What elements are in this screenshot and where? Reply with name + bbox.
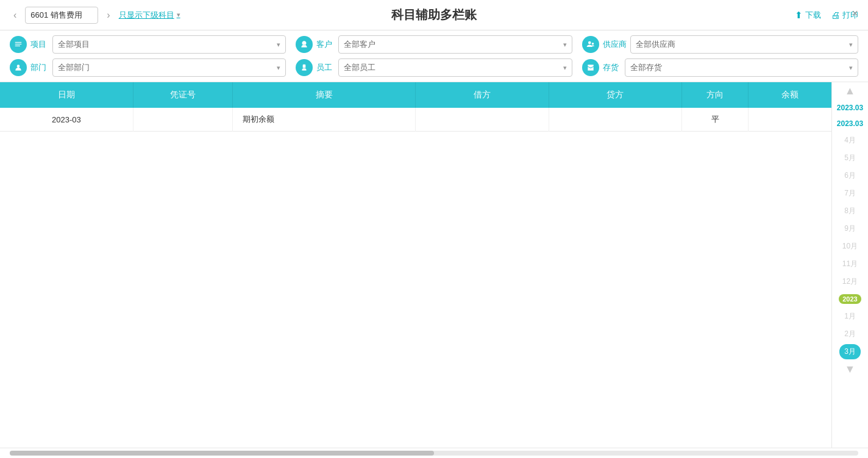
timeline-month-11[interactable]: 11月 [832,255,868,273]
timeline-period-2[interactable]: 2023.03 [832,116,868,132]
col-debit: 借方 [416,82,549,108]
project-arrow: ▾ [277,41,280,49]
col-date: 日期 [0,82,133,108]
project-select[interactable]: 全部项目 ▾ [52,35,286,54]
inventory-value: 全部存货 [630,62,662,73]
timeline-month-1[interactable]: 1月 [832,308,868,325]
customer-arrow: ▾ [563,41,567,49]
filter-item-inventory: 存货 全部存货 ▾ [582,58,858,77]
ledger-table: 日期 凭证号 摘要 借方 贷方 方向 余额 2023-03 期初余额 平 [0,82,831,132]
title-right: ⬆ 下载 🖨 打印 [795,10,858,21]
timeline-active-month[interactable]: 3月 [839,344,861,359]
title-left: ‹ 6601 销售费用 › 只显示下级科目 ▾ [10,7,180,24]
download-label: 下载 [805,10,821,21]
svg-point-4 [591,43,594,45]
timeline-month-8[interactable]: 8月 [832,202,868,220]
customer-label: 客户 [316,39,335,50]
scrollbar-thumb [10,451,434,456]
show-sub-arrow: ▾ [177,11,180,19]
col-balance: 余额 [749,82,831,108]
cell-summary: 期初余额 [233,108,416,132]
print-icon: 🖨 [831,10,840,20]
department-icon [10,59,27,76]
employee-label: 员工 [316,62,335,73]
supplier-value: 全部供应商 [636,39,675,50]
year-badge: 2023 [839,294,861,304]
svg-rect-1 [15,44,22,44]
svg-point-5 [17,65,20,68]
filter-row-2: 部门 全部部门 ▾ 员工 全部员工 ▾ [10,58,858,77]
cell-credit [549,108,681,132]
filter-item-department: 部门 全部部门 ▾ [10,58,286,77]
customer-select[interactable]: 全部客户 ▾ [338,35,572,54]
department-arrow: ▾ [277,64,280,72]
department-select[interactable]: 全部部门 ▾ [52,58,286,77]
timeline-month-9[interactable]: 9月 [832,220,868,238]
cell-date: 2023-03 [0,108,133,132]
download-button[interactable]: ⬆ 下载 [795,10,821,21]
timeline-month-4[interactable]: 4月 [832,132,868,149]
col-summary: 摘要 [233,82,416,108]
col-credit: 贷方 [549,82,681,108]
svg-point-3 [588,41,591,44]
department-label: 部门 [30,62,49,73]
prev-account-button[interactable]: ‹ [10,9,20,22]
cell-debit [416,108,549,132]
inventory-select[interactable]: 全部存货 ▾ [625,58,858,77]
col-voucher: 凭证号 [133,82,233,108]
scroll-bar-area [0,448,868,458]
employee-arrow: ▾ [563,64,567,72]
account-code-display[interactable]: 6601 销售费用 [25,7,98,24]
filter-item-project: 项目 全部项目 ▾ [10,35,286,54]
timeline-month-12[interactable]: 12月 [832,273,868,291]
horizontal-scrollbar[interactable] [10,451,858,456]
next-account-button[interactable]: › [103,9,113,22]
cell-voucher [133,108,233,132]
filter-bar: 项目 全部项目 ▾ 客户 全部客户 ▾ [0,30,868,82]
show-sub-label: 只显示下级科目 [119,10,174,21]
download-icon: ⬆ [795,10,803,21]
table-container: 日期 凭证号 摘要 借方 贷方 方向 余额 2023-03 期初余额 平 [0,82,868,448]
table-row[interactable]: 2023-03 期初余额 平 [0,108,831,132]
svg-rect-2 [15,46,20,46]
show-sub-button[interactable]: 只显示下级科目 ▾ [119,10,180,21]
customer-value: 全部客户 [344,39,375,50]
col-direction: 方向 [681,82,748,108]
employee-value: 全部员工 [344,62,375,73]
customer-icon [296,36,313,53]
project-label: 项目 [30,39,49,50]
main-table-area: 日期 凭证号 摘要 借方 贷方 方向 余额 2023-03 期初余额 平 [0,82,831,448]
inventory-arrow: ▾ [849,64,853,72]
inventory-label: 存货 [603,62,621,73]
close-button[interactable]: × [852,7,858,20]
filter-item-supplier: 供应商 全部供应商 ▾ [582,35,858,54]
cell-balance [749,108,831,132]
filter-item-customer: 客户 全部客户 ▾ [296,35,572,54]
supplier-select[interactable]: 全部供应商 ▾ [630,35,858,54]
department-value: 全部部门 [58,62,90,73]
employee-icon [296,59,313,76]
page-title: 科目辅助多栏账 [391,7,477,23]
title-bar: ‹ 6601 销售费用 › 只显示下级科目 ▾ 科目辅助多栏账 ⬆ 下载 🖨 打… [0,0,868,30]
project-value: 全部项目 [58,39,90,50]
supplier-label: 供应商 [603,39,627,50]
cell-direction: 平 [681,108,748,132]
supplier-arrow: ▾ [849,41,853,49]
employee-select[interactable]: 全部员工 ▾ [338,58,572,77]
timeline-month-7[interactable]: 7月 [832,185,868,202]
filter-row-1: 项目 全部项目 ▾ 客户 全部客户 ▾ [10,35,858,54]
timeline-up-nav[interactable]: ▲ [832,82,868,100]
filter-item-employee: 员工 全部员工 ▾ [296,58,572,77]
timeline-period-1[interactable]: 2023.03 [832,100,868,116]
supplier-icon [582,36,599,53]
timeline-month-5[interactable]: 5月 [832,149,868,167]
timeline-down-nav[interactable]: ▼ [832,361,868,378]
table-header-row: 日期 凭证号 摘要 借方 贷方 方向 余额 [0,82,831,108]
side-timeline: ▲ 2023.03 2023.03 4月 5月 6月 7月 8月 9月 10月 … [831,82,868,448]
svg-rect-0 [15,42,22,43]
main-window: × ‹ 6601 销售费用 › 只显示下级科目 ▾ 科目辅助多栏账 ⬆ 下载 🖨… [0,0,868,458]
timeline-month-2[interactable]: 2月 [832,325,868,343]
timeline-month-10[interactable]: 10月 [832,238,868,255]
timeline-month-6[interactable]: 6月 [832,167,868,185]
svg-rect-6 [303,65,306,68]
